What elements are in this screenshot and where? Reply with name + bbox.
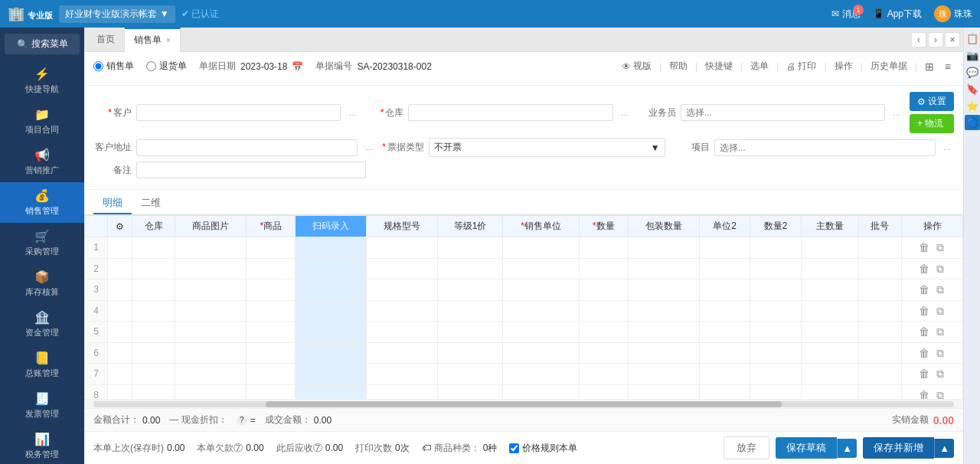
- row-main-qty-col[interactable]: [801, 322, 858, 343]
- row-quantity-col[interactable]: [580, 279, 629, 301]
- row-delete-icon[interactable]: 🗑: [917, 346, 931, 360]
- row-batch-col[interactable]: [858, 364, 901, 385]
- row-main-qty-col[interactable]: [801, 300, 858, 322]
- row-quantity-col[interactable]: [580, 384, 629, 399]
- row-batch-entry-col[interactable]: [296, 364, 367, 385]
- row-delete-icon[interactable]: 🗑: [917, 367, 931, 381]
- sidebar-item-quick-nav[interactable]: ⚡ 快捷导航: [0, 60, 84, 101]
- tab-home[interactable]: 首页: [87, 28, 125, 52]
- note-input[interactable]: [136, 162, 366, 178]
- tab-close-all-button[interactable]: ×: [945, 32, 960, 47]
- right-panel-icon-3[interactable]: 💬: [965, 64, 980, 80]
- user-action[interactable]: 珠 珠珠: [934, 5, 972, 22]
- sales-radio-input[interactable]: [93, 61, 103, 71]
- row-main-qty-col[interactable]: [801, 364, 858, 385]
- row-warehouse-col[interactable]: [132, 364, 175, 385]
- price-rule-input[interactable]: [509, 443, 519, 453]
- row-pack-qty-col[interactable]: [628, 258, 699, 279]
- row-product-col[interactable]: [247, 364, 296, 385]
- row-batch-entry-col[interactable]: [296, 322, 367, 343]
- row-product-col[interactable]: [247, 258, 296, 279]
- row-sales-unit-col[interactable]: [502, 322, 579, 343]
- row-sales-unit-col[interactable]: [502, 384, 579, 399]
- row-spec-col[interactable]: [367, 322, 438, 343]
- row-price1-col[interactable]: [438, 322, 503, 343]
- row-main-qty-col[interactable]: [801, 258, 858, 279]
- row-spec-col[interactable]: [367, 258, 438, 279]
- sidebar-item-invoice[interactable]: 🧾 发票管理: [0, 385, 84, 426]
- row-main-qty-col[interactable]: [801, 279, 858, 301]
- row-batch-entry-col[interactable]: [296, 279, 367, 301]
- company-selector[interactable]: 好业财专业版演示帐套 ▼: [59, 5, 175, 23]
- row-copy-icon[interactable]: ⧉: [933, 241, 947, 255]
- row-batch-col[interactable]: [858, 237, 901, 259]
- price-rule-checkbox[interactable]: 价格规则本单: [509, 442, 577, 455]
- row-delete-icon[interactable]: 🗑: [917, 388, 931, 400]
- row-main-qty-col[interactable]: [801, 384, 858, 399]
- abandon-button[interactable]: 放弃: [724, 436, 769, 459]
- row-product-col[interactable]: [247, 384, 296, 399]
- address-input[interactable]: [136, 139, 358, 156]
- row-unit2-col[interactable]: [699, 258, 750, 279]
- row-batch-entry-col[interactable]: [296, 300, 367, 322]
- right-panel-icon-6[interactable]: 🔵: [965, 115, 980, 130]
- row-spec-col[interactable]: [367, 384, 438, 399]
- row-warehouse-col[interactable]: [132, 279, 175, 301]
- row-unit2-col[interactable]: [699, 279, 750, 301]
- save-new-button[interactable]: 保存并新增: [863, 437, 934, 459]
- row-warehouse-col[interactable]: [132, 322, 175, 343]
- row-price1-col[interactable]: [438, 300, 503, 322]
- row-pack-qty-col[interactable]: [628, 342, 699, 364]
- print-button[interactable]: 🖨 打印: [783, 58, 819, 74]
- row-quantity-col[interactable]: [580, 364, 629, 385]
- shortcut-button[interactable]: 快捷键: [702, 58, 736, 74]
- row-unit2-col[interactable]: [699, 237, 750, 259]
- row-spec-col[interactable]: [367, 364, 438, 385]
- table-row[interactable]: 5 🗑 ⧉: [85, 322, 963, 343]
- row-qty2-col[interactable]: [750, 364, 802, 385]
- right-panel-icon-2[interactable]: 📷: [965, 47, 980, 63]
- sidebar-item-tax[interactable]: 📊 税务管理: [0, 426, 84, 464]
- row-quantity-col[interactable]: [580, 342, 629, 364]
- row-batch-col[interactable]: [858, 279, 901, 301]
- horizontal-scrollbar[interactable]: [84, 399, 963, 408]
- table-row[interactable]: 1 🗑 ⧉: [85, 237, 963, 259]
- calendar-icon[interactable]: 📅: [292, 61, 303, 72]
- col-batch-entry[interactable]: 扫码录入: [296, 216, 367, 237]
- row-qty2-col[interactable]: [750, 342, 802, 364]
- tab-mingxi[interactable]: 明细: [93, 193, 132, 214]
- salesperson-dots-button[interactable]: …: [890, 109, 903, 117]
- row-copy-icon[interactable]: ⧉: [933, 283, 947, 297]
- salesperson-input[interactable]: 选择...: [681, 104, 885, 121]
- row-batch-col[interactable]: [858, 384, 901, 399]
- row-warehouse-col[interactable]: [132, 258, 175, 279]
- row-pack-qty-col[interactable]: [628, 364, 699, 385]
- customer-input[interactable]: [136, 104, 341, 121]
- save-draft-dropdown[interactable]: ▲: [837, 439, 857, 458]
- app-download-action[interactable]: 📱 App下载: [873, 8, 922, 21]
- list-view-button[interactable]: ≡: [942, 59, 954, 74]
- row-quantity-col[interactable]: [580, 300, 629, 322]
- view-button[interactable]: 👁 视版: [619, 58, 655, 74]
- row-quantity-col[interactable]: [580, 237, 629, 259]
- help-button[interactable]: 帮助: [666, 58, 691, 74]
- table-row[interactable]: 3 🗑 ⧉: [85, 279, 963, 301]
- row-unit2-col[interactable]: [699, 342, 750, 364]
- project-dots-button[interactable]: …: [940, 143, 954, 152]
- row-spec-col[interactable]: [367, 237, 438, 259]
- row-sales-unit-col[interactable]: [502, 300, 579, 322]
- row-product-col[interactable]: [247, 342, 296, 364]
- operate-button[interactable]: 操作: [831, 58, 856, 74]
- right-panel-icon-4[interactable]: 🔖: [965, 81, 980, 96]
- row-batch-col[interactable]: [858, 300, 901, 322]
- tab-prev-button[interactable]: ‹: [911, 32, 926, 47]
- row-sales-unit-col[interactable]: [502, 342, 579, 364]
- row-product-col[interactable]: [247, 279, 296, 301]
- row-spec-col[interactable]: [367, 279, 438, 301]
- row-price1-col[interactable]: [438, 237, 503, 259]
- tab-2d[interactable]: 二维: [132, 193, 170, 214]
- row-product-col[interactable]: [247, 237, 296, 259]
- right-panel-icon-1[interactable]: 📋: [965, 31, 980, 46]
- save-new-dropdown[interactable]: ▲: [934, 439, 954, 458]
- row-pack-qty-col[interactable]: [628, 384, 699, 399]
